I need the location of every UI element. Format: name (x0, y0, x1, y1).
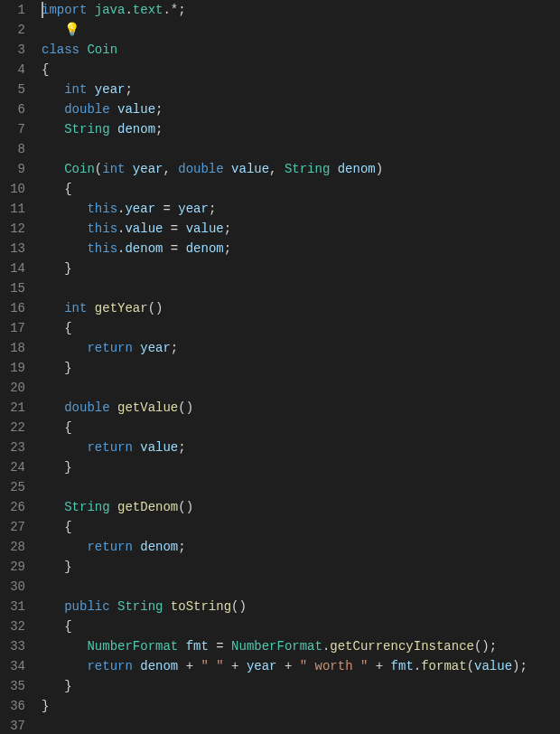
code-line[interactable]: } (42, 457, 560, 477)
code-token: value (117, 102, 155, 117)
code-line[interactable]: } (42, 358, 560, 378)
code-token: return (87, 440, 140, 455)
code-line[interactable] (42, 477, 560, 497)
code-token: year (247, 659, 277, 673)
code-line[interactable]: this.value = value; (42, 219, 560, 239)
code-line[interactable] (42, 278, 560, 298)
code-token: + (277, 659, 300, 673)
code-token: () (178, 400, 193, 415)
code-line[interactable] (42, 378, 560, 398)
line-number: 20 (0, 378, 25, 398)
code-token: value (140, 440, 178, 455)
line-number: 22 (0, 418, 25, 438)
code-line[interactable]: return denom + " " + year + " worth " + … (42, 656, 560, 676)
code-line[interactable]: String denom; (42, 119, 560, 139)
code-token: { (64, 182, 71, 196)
code-token: denom (140, 540, 178, 554)
code-line[interactable]: } (42, 557, 560, 577)
line-number: 7 (0, 119, 25, 139)
code-token: } (64, 261, 71, 276)
code-token: ) (376, 162, 383, 176)
line-number: 5 (0, 80, 25, 99)
line-number: 35 (0, 676, 25, 696)
code-line[interactable] (42, 577, 560, 597)
code-token: int (102, 162, 133, 176)
line-number: 18 (0, 338, 25, 358)
code-token: ; (178, 3, 185, 17)
code-token: return (87, 341, 140, 355)
code-token: getYear (95, 301, 148, 315)
code-token: this (87, 202, 117, 216)
line-number: 15 (0, 278, 25, 298)
code-token: NumberFormat (231, 639, 322, 654)
code-token: format (421, 659, 466, 673)
code-token: = (209, 639, 231, 654)
code-token: ; (155, 122, 163, 136)
code-line[interactable]: 💡 (42, 20, 560, 40)
code-token: { (64, 520, 71, 534)
line-number: 2 (0, 20, 25, 40)
line-number: 4 (0, 60, 25, 80)
code-line[interactable]: String getDenom() (42, 497, 560, 517)
code-line[interactable]: this.year = year; (42, 199, 560, 219)
code-line[interactable]: this.denom = denom; (42, 239, 560, 259)
line-number: 32 (0, 616, 25, 636)
code-token: ( (95, 162, 102, 176)
code-line[interactable]: { (42, 517, 560, 537)
code-line[interactable]: } (42, 696, 560, 716)
code-line[interactable]: } (42, 259, 560, 278)
code-token: value (186, 221, 224, 236)
code-token: Coin (64, 162, 95, 176)
code-line[interactable] (42, 716, 560, 734)
code-token: { (64, 619, 71, 634)
code-editor[interactable]: 1234567891011121314151617181920212223242… (0, 0, 560, 734)
line-number: 27 (0, 517, 25, 537)
line-number: 37 (0, 716, 25, 734)
code-token: } (64, 679, 71, 693)
line-number: 31 (0, 597, 25, 616)
lightbulb-icon[interactable]: 💡 (64, 20, 79, 40)
code-line[interactable]: NumberFormat fmt = NumberFormat.getCurre… (42, 636, 560, 656)
line-number: 9 (0, 159, 25, 179)
code-token: { (42, 62, 49, 77)
line-number: 23 (0, 438, 25, 457)
code-line[interactable]: class Coin (42, 40, 560, 60)
code-line[interactable]: { (42, 179, 560, 199)
code-token: public (64, 599, 117, 614)
code-line[interactable]: double getValue() (42, 398, 560, 418)
code-token: fmt (391, 659, 414, 673)
code-line[interactable]: public String toString() (42, 597, 560, 616)
code-line[interactable]: double value; (42, 99, 560, 119)
code-line[interactable]: return value; (42, 438, 560, 457)
line-number: 14 (0, 259, 25, 278)
code-line[interactable]: import java.text.*; (42, 0, 560, 20)
code-token: + (368, 659, 390, 673)
line-number: 30 (0, 577, 25, 597)
code-token: double (64, 400, 117, 415)
code-line[interactable]: { (42, 318, 560, 338)
code-token: toString (171, 599, 231, 614)
code-token: String (117, 599, 171, 614)
code-line[interactable]: int year; (42, 80, 560, 99)
code-token: = (163, 241, 185, 256)
code-token: this (87, 221, 117, 236)
code-line[interactable]: { (42, 418, 560, 438)
code-line[interactable]: return denom; (42, 537, 560, 557)
line-number: 3 (0, 40, 25, 60)
code-line[interactable]: Coin(int year, double value, String deno… (42, 159, 560, 179)
code-token: { (64, 321, 71, 335)
code-line[interactable] (42, 139, 560, 159)
code-token: ); (512, 659, 527, 673)
code-token: Coin (87, 42, 117, 57)
line-number: 13 (0, 239, 25, 259)
line-number: 19 (0, 358, 25, 378)
code-token: ; (178, 440, 185, 455)
line-number: 34 (0, 656, 25, 676)
code-token: denom (140, 659, 178, 673)
code-line[interactable]: { (42, 60, 560, 80)
code-area[interactable]: import java.text.*; 💡class Coin{ int yea… (34, 0, 560, 734)
code-line[interactable]: int getYear() (42, 298, 560, 318)
code-line[interactable]: } (42, 676, 560, 696)
code-line[interactable]: { (42, 616, 560, 636)
code-line[interactable]: return year; (42, 338, 560, 358)
